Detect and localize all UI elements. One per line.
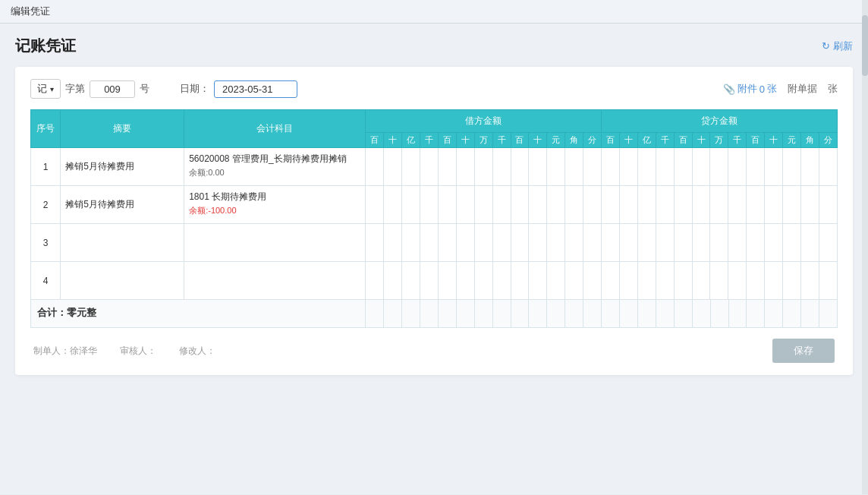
credit-cell-10[interactable] [783, 148, 801, 186]
row-account[interactable] [184, 262, 366, 300]
credit-cell-4[interactable] [674, 224, 692, 262]
credit-cell-6[interactable] [710, 224, 728, 262]
debit-cell-2[interactable] [402, 186, 420, 224]
credit-cell-11[interactable] [801, 186, 819, 224]
debit-cell-9[interactable] [529, 186, 547, 224]
credit-cell-0[interactable] [602, 224, 620, 262]
credit-cell-10[interactable] [783, 262, 801, 300]
debit-cell-11[interactable] [565, 148, 583, 186]
scrollbar-track[interactable] [862, 0, 868, 494]
credit-cell-6[interactable] [710, 148, 728, 186]
debit-cell-5[interactable] [456, 186, 474, 224]
debit-cell-1[interactable] [384, 148, 402, 186]
debit-cell-10[interactable] [547, 224, 565, 262]
debit-cell-9[interactable] [529, 262, 547, 300]
debit-cell-1[interactable] [384, 262, 402, 300]
voucher-number-input[interactable] [90, 80, 135, 98]
credit-cell-0[interactable] [602, 148, 620, 186]
credit-cell-9[interactable] [765, 224, 783, 262]
debit-cell-0[interactable] [366, 224, 384, 262]
debit-cell-0[interactable] [366, 186, 384, 224]
credit-cell-7[interactable] [728, 186, 747, 224]
debit-cell-4[interactable] [438, 224, 456, 262]
credit-cell-5[interactable] [692, 262, 710, 300]
debit-cell-6[interactable] [474, 148, 492, 186]
debit-cell-10[interactable] [547, 186, 565, 224]
credit-cell-2[interactable] [637, 148, 656, 186]
debit-cell-6[interactable] [474, 224, 492, 262]
credit-cell-3[interactable] [656, 224, 674, 262]
credit-cell-0[interactable] [602, 262, 620, 300]
debit-cell-8[interactable] [511, 262, 529, 300]
debit-cell-2[interactable] [402, 148, 420, 186]
date-input[interactable] [214, 80, 297, 98]
debit-cell-3[interactable] [420, 224, 438, 262]
debit-cell-5[interactable] [456, 262, 474, 300]
credit-cell-4[interactable] [674, 148, 692, 186]
row-account[interactable] [184, 224, 366, 262]
credit-cell-9[interactable] [765, 186, 783, 224]
credit-cell-10[interactable] [783, 224, 801, 262]
credit-cell-3[interactable] [656, 262, 674, 300]
credit-cell-2[interactable] [637, 224, 656, 262]
debit-cell-4[interactable] [438, 148, 456, 186]
debit-cell-2[interactable] [402, 262, 420, 300]
credit-cell-5[interactable] [692, 148, 710, 186]
credit-cell-6[interactable] [710, 186, 728, 224]
credit-cell-3[interactable] [656, 186, 674, 224]
debit-cell-5[interactable] [456, 148, 474, 186]
credit-cell-12[interactable] [819, 148, 837, 186]
credit-cell-1[interactable] [619, 224, 637, 262]
debit-cell-10[interactable] [547, 148, 565, 186]
debit-cell-6[interactable] [474, 262, 492, 300]
credit-cell-5[interactable] [692, 186, 710, 224]
credit-cell-10[interactable] [783, 186, 801, 224]
credit-cell-12[interactable] [819, 262, 837, 300]
debit-cell-2[interactable] [402, 224, 420, 262]
credit-cell-12[interactable] [819, 186, 837, 224]
credit-cell-3[interactable] [656, 148, 674, 186]
debit-cell-7[interactable] [492, 262, 511, 300]
credit-cell-7[interactable] [728, 262, 747, 300]
debit-cell-8[interactable] [511, 186, 529, 224]
credit-cell-11[interactable] [801, 262, 819, 300]
credit-cell-1[interactable] [619, 148, 637, 186]
credit-cell-4[interactable] [674, 262, 692, 300]
credit-cell-1[interactable] [619, 262, 637, 300]
debit-cell-4[interactable] [438, 262, 456, 300]
row-account[interactable]: 56020008 管理费用_长期待摊费用摊销余额:0.00 [184, 148, 366, 186]
credit-cell-6[interactable] [710, 262, 728, 300]
debit-cell-0[interactable] [366, 148, 384, 186]
attachment-link[interactable]: 📎 附件 0 张 [723, 82, 777, 96]
debit-cell-11[interactable] [565, 186, 583, 224]
debit-cell-7[interactable] [492, 224, 511, 262]
debit-cell-3[interactable] [420, 148, 438, 186]
row-summary[interactable]: 摊销5月待摊费用 [61, 148, 184, 186]
credit-cell-8[interactable] [747, 186, 765, 224]
credit-cell-2[interactable] [637, 186, 656, 224]
debit-cell-11[interactable] [565, 224, 583, 262]
credit-cell-11[interactable] [801, 224, 819, 262]
credit-cell-11[interactable] [801, 148, 819, 186]
refresh-button[interactable]: ↻ 刷新 [822, 39, 853, 53]
debit-cell-10[interactable] [547, 262, 565, 300]
debit-cell-9[interactable] [529, 148, 547, 186]
attach-receipt[interactable]: 附单据 [788, 82, 817, 96]
debit-cell-12[interactable] [583, 224, 602, 262]
row-summary[interactable]: 摊销5月待摊费用 [61, 186, 184, 224]
type-select[interactable]: 记 ▾ [30, 79, 61, 99]
debit-cell-8[interactable] [511, 224, 529, 262]
credit-cell-7[interactable] [728, 224, 747, 262]
debit-cell-12[interactable] [583, 262, 602, 300]
row-summary[interactable] [61, 262, 184, 300]
debit-cell-1[interactable] [384, 224, 402, 262]
debit-cell-11[interactable] [565, 262, 583, 300]
debit-cell-0[interactable] [366, 262, 384, 300]
save-button[interactable]: 保存 [772, 339, 835, 363]
debit-cell-6[interactable] [474, 186, 492, 224]
debit-cell-9[interactable] [529, 224, 547, 262]
row-summary[interactable] [61, 224, 184, 262]
credit-cell-9[interactable] [765, 148, 783, 186]
debit-cell-3[interactable] [420, 262, 438, 300]
credit-cell-8[interactable] [747, 148, 765, 186]
